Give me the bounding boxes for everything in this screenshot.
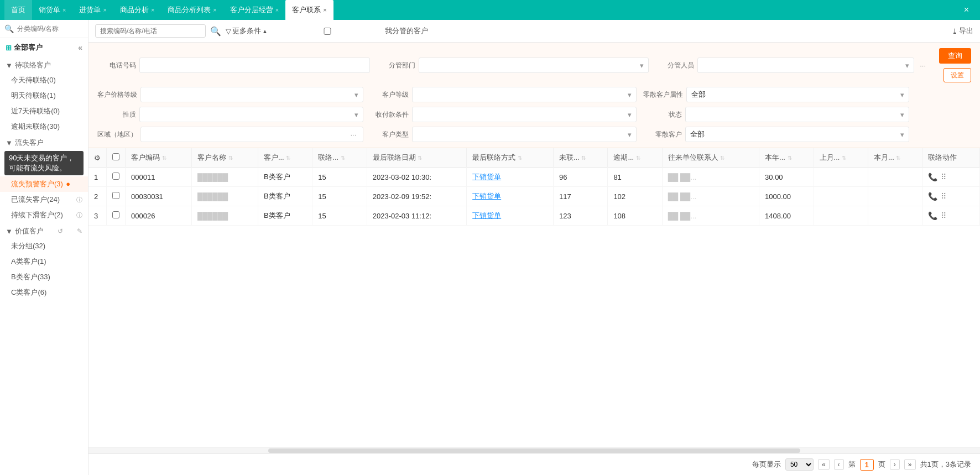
chevron-down-icon3: ▾ bbox=[355, 91, 358, 99]
tab-analysis-list-close[interactable]: × bbox=[213, 7, 216, 13]
cell-code-0: 000011 bbox=[126, 168, 192, 187]
col-this-month[interactable]: 本月... ⇅ bbox=[868, 148, 922, 168]
filter-row-3: 性质 ▾ 收付款条件 ▾ 状态 bbox=[97, 107, 971, 122]
select-all-checkbox[interactable] bbox=[112, 153, 119, 160]
retail-attr-select[interactable]: 全部 ▾ bbox=[686, 87, 909, 102]
more-dots-region[interactable]: ··· bbox=[348, 131, 358, 139]
tab-customer-segment-close[interactable]: × bbox=[275, 7, 279, 13]
sidebar-item-declining[interactable]: 持续下滑客户(2) ⓘ bbox=[0, 207, 88, 223]
table-row: 3 000026 ██████ B类客户 15 2023-02-03 11:12… bbox=[88, 206, 980, 226]
scrollbar-thumb[interactable] bbox=[268, 448, 800, 453]
refresh-icon[interactable]: ↺ bbox=[58, 227, 63, 235]
sidebar-item-ungroup[interactable]: 未分组(32) bbox=[0, 238, 88, 254]
my-customers-checkbox[interactable] bbox=[272, 28, 383, 35]
query-button[interactable]: 查询 bbox=[939, 48, 971, 64]
sidebar-item-churn-warning[interactable]: 流失预警客户(3) ● bbox=[0, 176, 88, 192]
tab-analysis-close[interactable]: × bbox=[151, 7, 154, 13]
cell-no-contact-2: 123 bbox=[553, 206, 607, 226]
dept-select[interactable]: ▾ bbox=[419, 58, 649, 73]
sidebar-search-input[interactable] bbox=[17, 25, 88, 33]
window-close-button[interactable]: × bbox=[957, 5, 976, 15]
my-customers-checkbox-label[interactable]: 我分管的客户 bbox=[272, 26, 428, 36]
customer-type-select[interactable]: ▾ bbox=[412, 127, 636, 142]
phone-input[interactable] bbox=[139, 58, 370, 73]
edit-icon[interactable]: ✎ bbox=[77, 227, 82, 235]
col-contact[interactable]: 联络... ⇅ bbox=[312, 148, 367, 168]
tab-sales-close[interactable]: × bbox=[62, 7, 66, 13]
sort-thismonth-icon: ⇅ bbox=[896, 155, 900, 161]
col-last-month[interactable]: 上月... ⇅ bbox=[814, 148, 868, 168]
last-page-button[interactable]: » bbox=[904, 459, 916, 470]
export-button[interactable]: ⤓ 导出 bbox=[952, 26, 973, 36]
settings-button[interactable]: 设置 bbox=[943, 68, 971, 82]
cell-checkbox-2[interactable] bbox=[107, 206, 126, 226]
cell-last-method-0[interactable]: 下销货单 bbox=[467, 168, 554, 187]
person-select[interactable]: ▾ bbox=[697, 58, 914, 73]
price-grade-select[interactable]: ▾ bbox=[140, 87, 363, 102]
sidebar-item-tomorrow[interactable]: 明天待联络(1) bbox=[0, 88, 88, 103]
customer-grade-select[interactable]: ▾ bbox=[412, 87, 636, 102]
payment-select[interactable]: ▾ bbox=[412, 107, 636, 122]
col-last-method[interactable]: 最后联络方式 ⇅ bbox=[467, 148, 554, 168]
phone-action-icon[interactable]: 📞 bbox=[928, 192, 937, 201]
prev-page-button[interactable]: ‹ bbox=[834, 459, 844, 470]
col-overdue[interactable]: 逾期... ⇅ bbox=[608, 148, 662, 168]
more-action-icon[interactable]: ⠿ bbox=[941, 192, 946, 201]
cell-checkbox-1[interactable] bbox=[107, 187, 126, 206]
group-value-customers[interactable]: ▼ 价值客户 ↺ ✎ bbox=[0, 223, 88, 238]
status-select[interactable]: ▾ bbox=[685, 107, 909, 122]
col-no-contact[interactable]: 未联... ⇅ bbox=[553, 148, 607, 168]
search-input[interactable] bbox=[95, 24, 206, 38]
sidebar-item-a-class[interactable]: A类客户(1) bbox=[0, 254, 88, 269]
tab-sales[interactable]: 销货单 × bbox=[32, 0, 72, 20]
search-button[interactable]: 🔍 bbox=[210, 26, 221, 36]
sidebar-item-overdue[interactable]: 逾期未联络(30) bbox=[0, 119, 88, 134]
more-action-icon[interactable]: ⠿ bbox=[941, 173, 946, 181]
sidebar-item-7days[interactable]: 近7天待联络(0) bbox=[0, 103, 88, 119]
sort-lastmonth-icon: ⇅ bbox=[842, 155, 846, 161]
col-this-year[interactable]: 本年... ⇅ bbox=[759, 148, 814, 168]
sort-code-icon: ⇅ bbox=[162, 155, 166, 161]
tab-customer-contact[interactable]: 客户联系 × bbox=[285, 0, 333, 20]
region-select[interactable]: ··· bbox=[140, 127, 363, 142]
nature-select[interactable]: ▾ bbox=[139, 107, 363, 122]
retail-customer-select[interactable]: 全部 ▾ bbox=[685, 127, 909, 142]
col-settings[interactable]: ⚙ bbox=[88, 148, 107, 168]
tab-analysis-list[interactable]: 商品分析列表 × bbox=[161, 0, 223, 20]
phone-action-icon[interactable]: 📞 bbox=[928, 173, 937, 181]
first-page-button[interactable]: « bbox=[818, 459, 830, 470]
col-type[interactable]: 客户... ⇅ bbox=[258, 148, 312, 168]
col-code[interactable]: 客户编码 ⇅ bbox=[126, 148, 192, 168]
tab-analysis[interactable]: 商品分析 × bbox=[113, 0, 161, 20]
horizontal-scrollbar[interactable] bbox=[88, 447, 980, 453]
cell-checkbox-0[interactable] bbox=[107, 168, 126, 187]
col-checkbox[interactable] bbox=[107, 148, 126, 168]
tab-purchase-close[interactable]: × bbox=[103, 7, 106, 13]
more-action-icon[interactable]: ⠿ bbox=[941, 211, 946, 220]
sidebar-item-c-class[interactable]: C类客户(6) bbox=[0, 285, 88, 300]
group-lost-customers[interactable]: ▼ 流失客户 bbox=[0, 134, 88, 150]
payment-field: 收付款条件 ▾ bbox=[370, 107, 636, 122]
tab-home[interactable]: 首页 bbox=[4, 0, 32, 20]
next-page-button[interactable]: › bbox=[890, 459, 900, 470]
sidebar-item-lost[interactable]: 已流失客户(24) ⓘ bbox=[0, 192, 88, 207]
collapse-btn[interactable]: « bbox=[78, 43, 82, 52]
cell-last-method-2[interactable]: 下销货单 bbox=[467, 206, 554, 226]
sidebar-item-today[interactable]: 今天待联络(0) bbox=[0, 72, 88, 88]
cell-last-method-1[interactable]: 下销货单 bbox=[467, 187, 554, 206]
all-customers-header[interactable]: ⊞ 全部客户 « bbox=[0, 38, 88, 57]
col-name[interactable]: 客户名称 ⇅ bbox=[191, 148, 258, 168]
per-page-select[interactable]: 50 20 100 bbox=[785, 458, 814, 471]
more-conditions-button[interactable]: ▽ 更多条件 ▲ bbox=[226, 26, 268, 36]
col-contact-person[interactable]: 往来单位联系人 ⇅ bbox=[662, 148, 759, 168]
sidebar-item-b-class[interactable]: B类客户(33) bbox=[0, 269, 88, 285]
sort-date-icon: ⇅ bbox=[418, 155, 422, 161]
group-waiting-contact[interactable]: ▼ 待联络客户 bbox=[0, 57, 88, 72]
tab-customer-contact-close[interactable]: × bbox=[323, 7, 326, 13]
more-dots-person[interactable]: ··· bbox=[918, 61, 928, 70]
tab-customer-segment[interactable]: 客户分层经营 × bbox=[223, 0, 285, 20]
tab-purchase[interactable]: 进货单 × bbox=[72, 0, 113, 20]
settings-gear-icon[interactable]: ⚙ bbox=[94, 154, 101, 162]
col-last-date[interactable]: 最后联络日期 ⇅ bbox=[367, 148, 466, 168]
phone-action-icon[interactable]: 📞 bbox=[928, 211, 937, 220]
